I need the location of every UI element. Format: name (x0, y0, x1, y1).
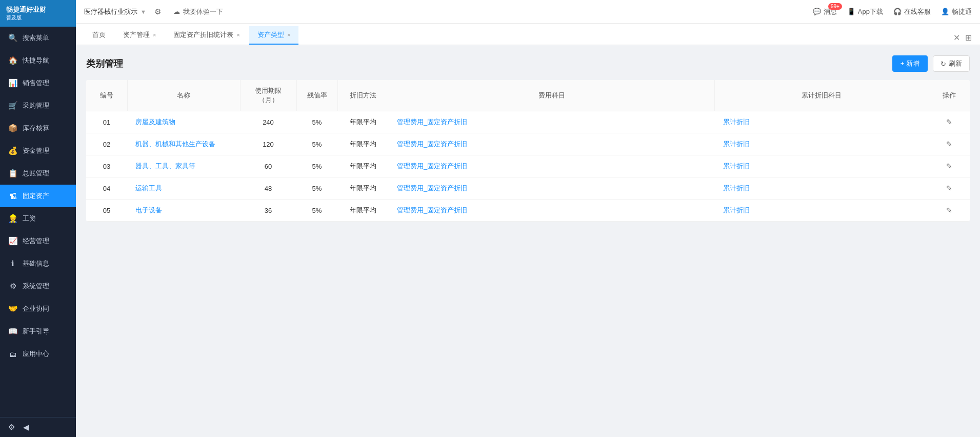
guide-icon: 📖 (8, 327, 17, 336)
sidebar-item-sales[interactable]: 📊 销售管理 (0, 72, 76, 94)
inventory-icon: 📦 (8, 124, 17, 133)
cell-op-2: ✎ (929, 155, 970, 177)
sidebar-item-fund[interactable]: 💰 资金管理 (0, 140, 76, 162)
tab-home-label: 首页 (92, 30, 106, 39)
edit-icon-2[interactable]: ✎ (946, 162, 952, 170)
topbar-message[interactable]: 💬 消息 99+ (813, 7, 837, 16)
edit-icon-0[interactable]: ✎ (946, 118, 952, 126)
cell-op-1: ✎ (929, 133, 970, 155)
tab-expand-icon[interactable]: ⊞ (965, 33, 972, 43)
sidebar-item-operation[interactable]: 📈 经营管理 (0, 230, 76, 252)
tab-asset-type[interactable]: 资产类型 × (249, 26, 298, 45)
tab-home[interactable]: 首页 (84, 26, 114, 45)
footer-settings-icon[interactable]: ⚙ (8, 423, 15, 432)
tab-asset-mgmt[interactable]: 资产管理 × (115, 26, 164, 45)
edit-icon-3[interactable]: ✎ (946, 184, 952, 192)
tab-asset-mgmt-close[interactable]: × (153, 32, 156, 38)
cell-acc-dep-0: 累计折旧 (715, 111, 929, 133)
app-center-icon: 🗂 (8, 350, 17, 359)
main-area: 医疗器械行业演示 ▼ ⚙ ☁ 我要体验一下 💬 消息 99+ 📱 App下载 🎧… (76, 0, 980, 437)
cell-acc-dep-1: 累计折旧 (715, 133, 929, 155)
edit-icon-4[interactable]: ✎ (946, 206, 952, 214)
cell-no-0: 01 (86, 111, 127, 133)
tab-depreciation-stats-close[interactable]: × (236, 32, 239, 38)
new-button[interactable]: + 新增 (892, 55, 928, 72)
sidebar-label-purchase: 采购管理 (23, 101, 49, 110)
cell-expense-1: 管理费用_固定资产折旧 (389, 133, 715, 155)
data-table: 编号 名称 使用期限（月） 残值率 折旧方法 费用科目 累计折旧科目 操作 01… (86, 80, 970, 222)
sidebar-item-fixed-assets[interactable]: 🏗 固定资产 (0, 185, 76, 207)
customer-service-label: 在线客服 (904, 7, 931, 16)
col-header-method: 折旧方法 (337, 80, 389, 111)
table-row: 03 器具、工具、家具等 60 5% 年限平均 管理费用_固定资产折旧 累计折旧… (86, 155, 970, 177)
cell-method-3: 年限平均 (337, 177, 389, 200)
sidebar-menu: 🔍 搜索菜单 🏠 快捷导航 📊 销售管理 🛒 采购管理 📦 库存核算 💰 资金管… (0, 27, 76, 417)
sidebar-item-search[interactable]: 🔍 搜索菜单 (0, 27, 76, 49)
sidebar-label-salary: 工资 (23, 214, 36, 223)
col-header-acc-dep: 累计折旧科目 (715, 80, 929, 111)
sidebar-label-guide: 新手引导 (23, 327, 49, 336)
tabbar-right: ✕ ⊞ (953, 33, 972, 45)
cell-residual-2: 5% (296, 155, 337, 177)
app-version: 普及版 (6, 14, 46, 22)
tab-depreciation-stats[interactable]: 固定资产折旧统计表 × (165, 26, 248, 45)
sidebar-item-app-center[interactable]: 🗂 应用中心 (0, 343, 76, 365)
sidebar-label-ledger: 总账管理 (23, 169, 49, 178)
cell-expense-4: 管理费用_固定资产折旧 (389, 200, 715, 222)
col-header-residual: 残值率 (296, 80, 337, 111)
topbar: 医疗器械行业演示 ▼ ⚙ ☁ 我要体验一下 💬 消息 99+ 📱 App下载 🎧… (76, 0, 980, 24)
sidebar-item-guide[interactable]: 📖 新手引导 (0, 320, 76, 343)
tip-text: 我要体验一下 (183, 7, 223, 16)
topbar-app-download[interactable]: 📱 App下载 (847, 7, 883, 16)
sidebar-item-basic-info[interactable]: ℹ 基础信息 (0, 252, 76, 275)
edit-icon-1[interactable]: ✎ (946, 140, 952, 148)
tab-asset-type-label: 资产类型 (257, 30, 284, 39)
tab-asset-type-close[interactable]: × (287, 32, 290, 38)
topbar-gear-icon[interactable]: ⚙ (152, 5, 163, 18)
data-table-wrap: 编号 名称 使用期限（月） 残值率 折旧方法 费用科目 累计折旧科目 操作 01… (86, 80, 970, 222)
project-selector[interactable]: 医疗器械行业演示 ▼ (84, 7, 146, 16)
basic-info-icon: ℹ (8, 259, 17, 268)
sidebar-item-system[interactable]: ⚙ 系统管理 (0, 275, 76, 297)
sidebar-label-nav: 快捷导航 (23, 56, 49, 65)
tab-close-all-icon[interactable]: ✕ (953, 33, 960, 43)
sidebar-item-cooperation[interactable]: 🤝 企业协同 (0, 297, 76, 320)
cell-method-4: 年限平均 (337, 200, 389, 222)
customer-service-icon: 🎧 (893, 8, 902, 15)
topbar-right: 💬 消息 99+ 📱 App下载 🎧 在线客服 👤 畅捷通 (813, 7, 972, 16)
sidebar-label-search: 搜索菜单 (23, 33, 49, 43)
cell-acc-dep-2: 累计折旧 (715, 155, 929, 177)
sidebar-item-nav[interactable]: 🏠 快捷导航 (0, 49, 76, 72)
cell-residual-1: 5% (296, 133, 337, 155)
sidebar-logo: 畅捷通好业财 普及版 (0, 0, 76, 27)
cell-no-4: 05 (86, 200, 127, 222)
sidebar-label-app-center: 应用中心 (23, 349, 49, 359)
topbar-user[interactable]: 👤 畅捷通 (941, 7, 972, 16)
sidebar-item-inventory[interactable]: 📦 库存核算 (0, 117, 76, 140)
topbar-customer-service[interactable]: 🎧 在线客服 (893, 7, 931, 16)
fund-icon: 💰 (8, 146, 17, 155)
operation-icon: 📈 (8, 236, 17, 246)
table-row: 05 电子设备 36 5% 年限平均 管理费用_固定资产折旧 累计折旧 ✎ (86, 200, 970, 222)
refresh-button[interactable]: ↻ 刷新 (933, 55, 970, 72)
col-header-no: 编号 (86, 80, 127, 111)
col-header-op: 操作 (929, 80, 970, 111)
cell-op-0: ✎ (929, 111, 970, 133)
sidebar-label-operation: 经营管理 (23, 236, 49, 246)
footer-collapse-icon[interactable]: ◀ (23, 423, 29, 432)
sidebar-item-salary[interactable]: 👷 工资 (0, 207, 76, 230)
cell-expense-0: 管理费用_固定资产折旧 (389, 111, 715, 133)
tabbar: 首页 资产管理 × 固定资产折旧统计表 × 资产类型 × ✕ ⊞ (76, 24, 980, 45)
cell-residual-0: 5% (296, 111, 337, 133)
cell-period-2: 60 (240, 155, 296, 177)
ledger-icon: 📋 (8, 169, 17, 178)
topbar-tip[interactable]: ☁ 我要体验一下 (173, 7, 223, 16)
table-header-row: 编号 名称 使用期限（月） 残值率 折旧方法 费用科目 累计折旧科目 操作 (86, 80, 970, 111)
purchase-icon: 🛒 (8, 101, 17, 110)
sidebar-label-fixed-assets: 固定资产 (23, 191, 49, 201)
table-row: 02 机器、机械和其他生产设备 120 5% 年限平均 管理费用_固定资产折旧 … (86, 133, 970, 155)
sidebar-item-ledger[interactable]: 📋 总账管理 (0, 162, 76, 185)
sidebar-item-purchase[interactable]: 🛒 采购管理 (0, 94, 76, 117)
cell-residual-4: 5% (296, 200, 337, 222)
col-header-period: 使用期限（月） (240, 80, 296, 111)
